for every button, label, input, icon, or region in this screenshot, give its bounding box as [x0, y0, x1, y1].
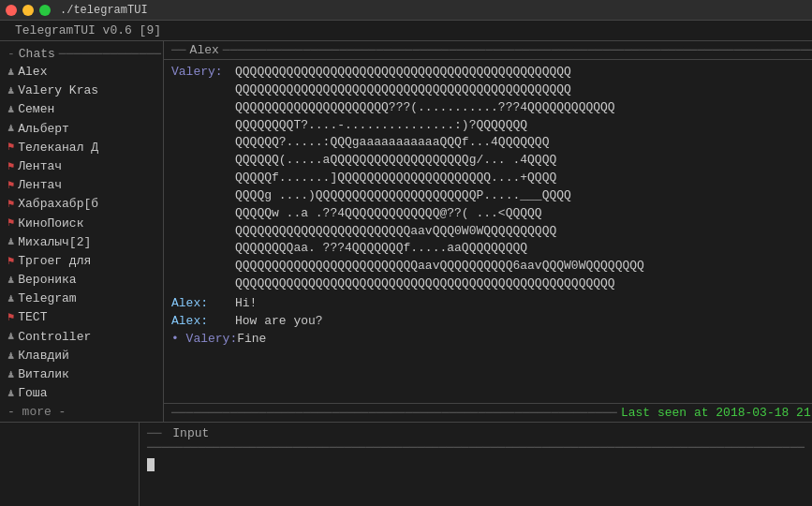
person-icon: ♟ [7, 234, 14, 250]
chat-name: Хабрахабр[б [18, 196, 98, 213]
group-icon: ⚑ [7, 254, 14, 270]
chat-item-gosha[interactable]: ♟ Гоша [0, 384, 163, 403]
chat-item-trgoeg[interactable]: ⚑ Тргоег для [0, 252, 163, 271]
chat-name: Telegram [18, 290, 76, 307]
person-icon: ♟ [7, 102, 14, 118]
main-container: TelegramTUI v0.6 [9] - Chats ───────────… [0, 21, 812, 506]
msg-cont: QQQQQQQQQQQQQQQQQQQQQ???(...........???4… [171, 99, 812, 117]
chat-name: Телеканал Д [18, 140, 98, 156]
input-header: ── Input ───────────────────────────────… [147, 426, 805, 454]
msg-sender-valery: • Valery: [171, 331, 237, 349]
chat-item-lentach1[interactable]: ⚑ Лентач [0, 157, 163, 176]
chats-header: - Chats ────────────── [0, 45, 163, 63]
chat-item-kinopoisk[interactable]: ⚑ КиноПоиск [0, 215, 163, 233]
msg-cont: QQQQQQQQT?....-...............:)?QQQQQQQ [171, 117, 812, 135]
chat-item-albert[interactable]: ♟ Альберт [0, 120, 163, 139]
chat-item-semen[interactable]: ♟ Семен [0, 100, 163, 119]
msg-content: How are you? [235, 313, 323, 331]
group-icon: ⚑ [7, 197, 14, 213]
person-icon: ♟ [7, 329, 14, 345]
chat-name: Вероника [18, 272, 76, 289]
msg-sender-valery: Valery: [171, 64, 235, 82]
minimize-button[interactable] [22, 5, 34, 16]
chat-item-klavdiy[interactable]: ♟ Клавдий [0, 347, 163, 365]
chat-name: Лентач [18, 158, 62, 175]
chat-name: ТЕСТ [18, 309, 47, 326]
status-bar: ────────────────────────────────────────… [164, 403, 812, 422]
msg-content: Fine [237, 331, 266, 349]
chat-name: Лентач [18, 177, 62, 194]
msg-cont: QQQQQQQQQQQQQQQQQQQQQQQQaavQQQ0W0WQQQQQQ… [171, 223, 812, 241]
chat-item-valery[interactable]: ♟ Valery Kras [0, 82, 163, 100]
chat-item-controller[interactable]: ♟ Controller [0, 328, 163, 347]
chat-item-veronika[interactable]: ♟ Вероника [0, 271, 163, 290]
chat-item-alex[interactable]: ♟ Alex [0, 63, 163, 82]
input-field[interactable] [147, 458, 805, 471]
person-icon: ♟ [7, 291, 14, 307]
right-panel: ── Alex ────────────────────────────────… [164, 41, 812, 422]
chat-name: Виталик [18, 366, 69, 383]
bottom-area: ── Input ───────────────────────────────… [0, 422, 812, 506]
msg-sender-alex: Alex: [171, 295, 235, 313]
chat-title: Alex [190, 43, 219, 57]
group-icon: ⚑ [7, 178, 14, 194]
msg-cont: QQQQQQ(.....aQQQQQQQQQQQQQQQQQQQg/... .4… [171, 152, 812, 170]
msg-cont: QQQQQQQQQQQQQQQQQQQQQQQQQQQQQQQQQQQQQQQQ… [171, 82, 812, 99]
msg-cont: QQQQQQQQaa. ???4QQQQQQQf.....aaQQQQQQQQQ [171, 240, 812, 258]
app-title: TelegramTUI v0.6 [9] [15, 23, 161, 37]
window-title: ./telegramTUI [60, 4, 148, 17]
more-link[interactable]: - more - [0, 403, 163, 421]
msg-content: Hi! [235, 295, 257, 313]
maximize-button[interactable] [39, 5, 51, 16]
chat-item-telegram[interactable]: ♟ Telegram [0, 290, 163, 308]
bottom-left [0, 423, 140, 506]
group-icon: ⚑ [7, 310, 14, 326]
chat-header: ── Alex ────────────────────────────────… [164, 41, 812, 60]
chat-name: Михалыч[2] [18, 234, 91, 251]
person-icon: ♟ [7, 65, 14, 81]
person-icon: ♟ [7, 83, 14, 99]
chat-item-test[interactable]: ⚑ ТЕСТ [0, 308, 163, 327]
last-seen-status: Last seen at 2018-03-18 21:20:20 [621, 406, 812, 420]
chat-item-mikhalych[interactable]: ♟ Михалыч[2] [0, 233, 163, 252]
chats-label: Chats [19, 47, 55, 61]
app-title-bar: TelegramTUI v0.6 [9] [0, 21, 812, 41]
chat-item-telekanal[interactable]: ⚑ Телеканал Д [0, 139, 163, 157]
group-icon: ⚑ [7, 216, 14, 231]
close-button[interactable] [6, 5, 17, 16]
input-label: Input [172, 426, 209, 440]
person-icon: ♟ [7, 349, 14, 365]
msg-cont: QQQQQQQQQQQQQQQQQQQQQQQQQQQQQQQQQQQQQQQQ… [171, 275, 812, 293]
input-panel[interactable]: ── Input ───────────────────────────────… [140, 423, 812, 506]
chat-item-lentach2[interactable]: ⚑ Лентач [0, 176, 163, 195]
chat-name: Valery Kras [18, 82, 98, 99]
msg-cont: QQQQQQ?.....:QQQgaaaaaaaaaaaQQQf...4QQQQ… [171, 134, 812, 152]
msg-cont: QQQQQf.......]QQQQQQQQQQQQQQQQQQQQQ....+… [171, 170, 812, 187]
msg-sender-alex: Alex: [171, 313, 235, 331]
person-icon: ♟ [7, 273, 14, 289]
chat-name: Семен [18, 101, 54, 118]
chat-item-habr[interactable]: ⚑ Хабрахабр[б [0, 195, 163, 214]
chat-name: Alex [18, 64, 47, 81]
chat-name: Гоша [18, 385, 47, 402]
person-icon: ♟ [7, 121, 14, 137]
chat-name: КиноПоиск [18, 216, 83, 232]
chat-name: Клавдий [18, 348, 69, 365]
content-area: - Chats ────────────── ♟ Alex ♟ Valery K… [0, 41, 812, 422]
msg-cont: QQQQQQQQQQQQQQQQQQQQQQQQQaavQQQQQQQQQQ6a… [171, 258, 812, 275]
chat-name: Тргоег для [18, 253, 91, 270]
person-icon: ♟ [7, 386, 14, 402]
messages-area: Valery: QQQQQQQQQQQQQQQQQQQQQQQQQQQQQQQQ… [164, 60, 812, 403]
msg-cont: QQQQQw ..a .??4QQQQQQQQQQQQQ@??( ...<QQQ… [171, 205, 812, 223]
text-cursor [147, 458, 155, 471]
left-panel: - Chats ────────────── ♟ Alex ♟ Valery K… [0, 41, 164, 422]
msg-cont: QQQQg ....)QQQQQQQQQQQQQQQQQQQQQQP....._… [171, 187, 812, 205]
msg-content: QQQQQQQQQQQQQQQQQQQQQQQQQQQQQQQQQQQQQQQQ… [235, 64, 571, 82]
channel-icon: ⚑ [7, 140, 14, 156]
chat-item-vitalik[interactable]: ♟ Виталик [0, 365, 163, 384]
chat-name: Controller [18, 329, 91, 346]
person-icon: ♟ [7, 367, 14, 383]
group-icon: ⚑ [7, 159, 14, 175]
chat-name: Альберт [18, 121, 69, 138]
chats-section: - Chats ────────────── ♟ Alex ♟ Valery K… [0, 41, 163, 422]
